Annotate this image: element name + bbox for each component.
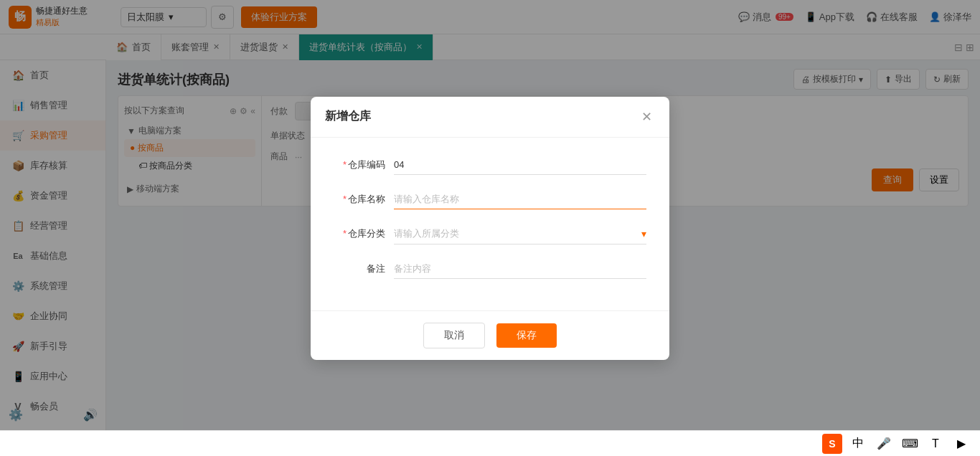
s-logo-icon: S xyxy=(822,434,842,454)
dialog-footer: 取消 保存 xyxy=(311,310,669,360)
dialog-header: 新增仓库 ✕ xyxy=(311,97,669,138)
name-label: 仓库名称 xyxy=(334,193,385,206)
note-label: 备注 xyxy=(334,262,385,275)
code-label: 仓库编码 xyxy=(334,158,385,171)
cancel-button[interactable]: 取消 xyxy=(423,323,485,348)
text-icon[interactable]: T xyxy=(925,434,946,454)
form-row-name: 仓库名称 xyxy=(334,189,646,209)
play-icon[interactable]: ▶ xyxy=(951,434,971,454)
bottom-bar: S 中 🎤 ⌨ T ▶ xyxy=(0,430,980,456)
code-input[interactable] xyxy=(394,155,646,175)
new-warehouse-dialog: 新增仓库 ✕ 仓库编码 仓库名称 仓库分类 请输入所属分类 ▾ xyxy=(311,97,669,360)
dialog-body: 仓库编码 仓库名称 仓库分类 请输入所属分类 ▾ 备注 xyxy=(311,138,669,310)
form-row-code: 仓库编码 xyxy=(334,155,646,175)
category-label: 仓库分类 xyxy=(334,227,385,240)
category-select[interactable]: 请输入所属分类 xyxy=(394,228,641,239)
form-row-note: 备注 xyxy=(334,259,646,279)
dialog-overlay: 新增仓库 ✕ 仓库编码 仓库名称 仓库分类 请输入所属分类 ▾ xyxy=(0,0,980,456)
name-input[interactable] xyxy=(394,189,646,209)
save-button[interactable]: 保存 xyxy=(496,323,557,348)
category-select-wrap: 请输入所属分类 ▾ xyxy=(394,224,646,244)
dialog-close-button[interactable]: ✕ xyxy=(638,108,655,125)
dialog-title: 新增仓库 xyxy=(325,109,371,124)
category-chevron-icon: ▾ xyxy=(641,228,646,239)
chinese-input-icon[interactable]: 中 xyxy=(848,434,868,454)
note-input[interactable] xyxy=(394,259,646,279)
form-row-category: 仓库分类 请输入所属分类 ▾ xyxy=(334,224,646,244)
microphone-icon[interactable]: 🎤 xyxy=(874,434,894,454)
keyboard-icon[interactable]: ⌨ xyxy=(900,434,920,454)
